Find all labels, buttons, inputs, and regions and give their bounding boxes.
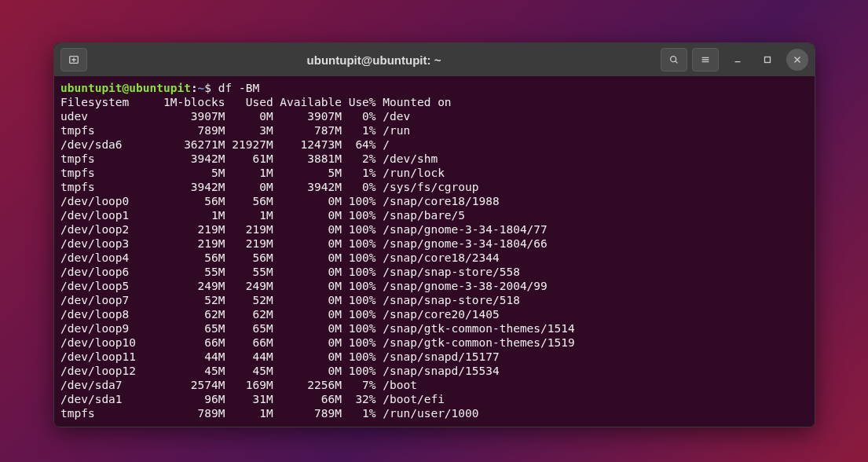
svg-rect-9 bbox=[765, 57, 771, 63]
minimize-icon bbox=[732, 54, 743, 65]
df-row: udev 3907M 0M 3907M 0% /dev bbox=[60, 109, 808, 123]
df-row: /dev/sda1 96M 31M 66M 32% /boot/efi bbox=[60, 392, 808, 406]
df-header: Filesystem 1M-blocks Used Available Use%… bbox=[60, 95, 808, 109]
maximize-icon bbox=[762, 54, 773, 65]
df-row: /dev/loop6 55M 55M 0M 100% /snap/snap-st… bbox=[60, 265, 808, 279]
terminal-window: ubuntupit@ubuntupit: ~ ubuntupit@ubuntup… bbox=[53, 42, 815, 427]
df-row: /dev/loop3 219M 219M 0M 100% /snap/gnome… bbox=[60, 236, 808, 251]
df-row: tmpfs 789M 3M 787M 1% /run bbox=[60, 123, 808, 138]
menu-button[interactable] bbox=[692, 48, 719, 72]
df-row: /dev/loop8 62M 62M 0M 100% /snap/core20/… bbox=[60, 307, 808, 321]
df-row: tmpfs 3942M 61M 3881M 2% /dev/shm bbox=[60, 152, 808, 166]
df-row: /dev/loop7 52M 52M 0M 100% /snap/snap-st… bbox=[60, 293, 808, 307]
df-row: /dev/sda7 2574M 169M 2256M 7% /boot bbox=[60, 378, 808, 392]
new-tab-button[interactable] bbox=[60, 48, 87, 72]
svg-point-3 bbox=[671, 57, 676, 62]
df-row: /dev/loop4 56M 56M 0M 100% /snap/core18/… bbox=[60, 251, 808, 265]
df-row: /dev/loop0 56M 56M 0M 100% /snap/core18/… bbox=[60, 194, 808, 208]
terminal-body[interactable]: ubuntupit@ubuntupit:~$ df -BMFilesystem … bbox=[54, 76, 815, 427]
df-row: /dev/loop11 44M 44M 0M 100% /snap/snapd/… bbox=[60, 350, 808, 364]
close-icon bbox=[792, 54, 803, 65]
df-row: /dev/loop2 219M 219M 0M 100% /snap/gnome… bbox=[60, 222, 808, 236]
df-row: /dev/sda6 36271M 21927M 12473M 64% / bbox=[60, 138, 808, 152]
df-row: tmpfs 5M 1M 5M 1% /run/lock bbox=[60, 166, 808, 180]
plus-tab-icon bbox=[68, 54, 79, 65]
df-row: /dev/loop9 65M 65M 0M 100% /snap/gtk-com… bbox=[60, 321, 808, 336]
prompt-user-host: ubuntupit@ubuntupit bbox=[60, 82, 191, 94]
hamburger-icon bbox=[700, 54, 711, 65]
command-text: df -BM bbox=[218, 82, 259, 94]
titlebar-right bbox=[661, 48, 808, 72]
df-row: /dev/loop1 1M 1M 0M 100% /snap/bare/5 bbox=[60, 208, 808, 222]
df-row: tmpfs 3942M 0M 3942M 0% /sys/fs/cgroup bbox=[60, 180, 808, 194]
minimize-button[interactable] bbox=[727, 49, 749, 71]
df-row: /dev/loop5 249M 249M 0M 100% /snap/gnome… bbox=[60, 279, 808, 293]
titlebar: ubuntupit@ubuntupit: ~ bbox=[54, 43, 815, 76]
close-button[interactable] bbox=[786, 49, 808, 71]
df-row: /dev/loop12 45M 45M 0M 100% /snap/snapd/… bbox=[60, 364, 808, 378]
df-row: tmpfs 789M 1M 789M 1% /run/user/1000 bbox=[60, 406, 808, 420]
prompt-colon: : bbox=[191, 82, 198, 94]
prompt-line: ubuntupit@ubuntupit:~$ df -BM bbox=[60, 81, 808, 95]
search-icon bbox=[668, 54, 679, 65]
window-title: ubuntupit@ubuntupit: ~ bbox=[92, 53, 656, 67]
search-button[interactable] bbox=[661, 48, 687, 72]
df-row: /dev/loop10 66M 66M 0M 100% /snap/gtk-co… bbox=[60, 336, 808, 350]
prompt-dollar: $ bbox=[204, 82, 218, 94]
maximize-button[interactable] bbox=[756, 49, 778, 71]
svg-line-4 bbox=[676, 61, 678, 64]
